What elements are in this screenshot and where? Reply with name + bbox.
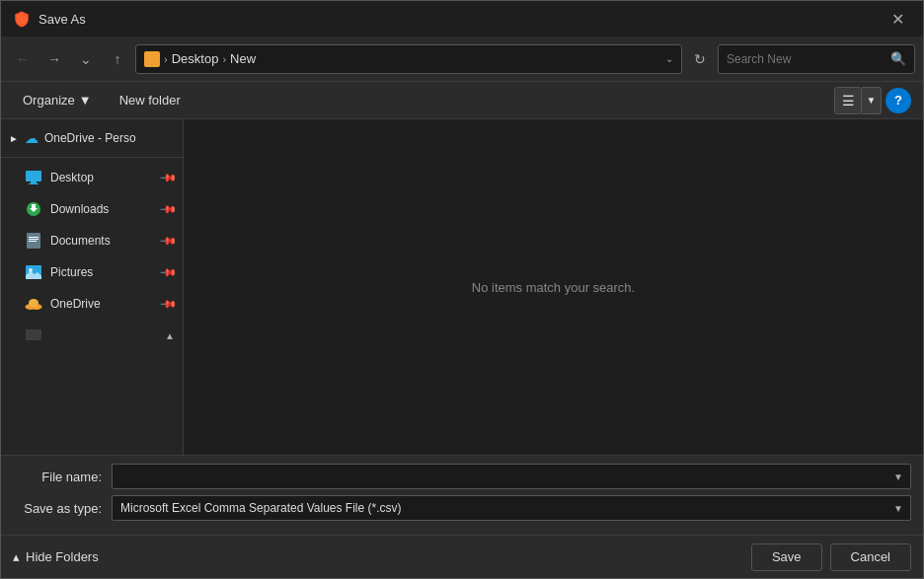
toolbar-right: ☰ ▼ ?: [834, 87, 911, 114]
footer: ▴ Hide Folders Save Cancel: [1, 535, 923, 578]
search-icon: 🔍: [890, 51, 906, 66]
svg-rect-1: [31, 181, 37, 183]
pictures-label: Pictures: [50, 265, 153, 279]
save-button[interactable]: Save: [751, 543, 822, 571]
desktop-icon: [25, 169, 42, 186]
help-label: ?: [894, 93, 902, 108]
desktop-pin-icon: 📌: [158, 168, 177, 186]
svg-rect-2: [29, 183, 38, 184]
empty-message: No items match your search.: [472, 280, 635, 295]
hide-folders-arrow-icon: ▴: [13, 549, 20, 564]
new-folder-label: New folder: [119, 93, 181, 108]
titlebar-left: Save As: [13, 10, 86, 28]
svg-point-15: [29, 299, 38, 307]
folder-icon: [144, 51, 160, 67]
help-button[interactable]: ?: [886, 88, 911, 113]
titlebar: Save As ✕: [1, 1, 923, 36]
breadcrumb-desktop[interactable]: Desktop: [172, 51, 219, 66]
breadcrumb-chevron-icon[interactable]: ⌄: [665, 53, 673, 64]
breadcrumb-bar[interactable]: › Desktop › New ⌄: [135, 44, 682, 74]
cancel-button[interactable]: Cancel: [830, 543, 911, 571]
downloads-pin-icon: 📌: [158, 199, 177, 218]
sidebar-item-documents[interactable]: Documents 📌: [1, 225, 183, 256]
view-mode-dropdown[interactable]: ▼: [862, 87, 882, 114]
content-area: No items match your search.: [184, 119, 923, 455]
desktop-label: Desktop: [50, 171, 153, 184]
onedrive-icon: [25, 295, 42, 313]
sidebar-item-onedrive[interactable]: OneDrive 📌: [1, 288, 183, 320]
filetype-select[interactable]: Microsoft Excel Comma Separated Values F…: [112, 495, 911, 521]
svg-rect-5: [32, 204, 36, 209]
filetype-label: Save as type:: [13, 501, 112, 516]
view-mode-button[interactable]: ☰: [834, 87, 862, 114]
search-box: 🔍: [718, 44, 915, 74]
filetype-select-wrapper: Microsoft Excel Comma Separated Values F…: [112, 495, 911, 521]
search-input[interactable]: [727, 52, 885, 66]
save-as-dialog: Save As ✕ ← → ⌄ ↑ › Desktop › New ⌄ ↻ 🔍 …: [0, 0, 924, 579]
onedrive-pin-icon: 📌: [158, 294, 177, 313]
pictures-icon: [25, 263, 42, 281]
sidebar-item-desktop[interactable]: Desktop 📌: [1, 162, 183, 193]
filename-input[interactable]: [112, 464, 911, 489]
sidebar-item-pictures[interactable]: Pictures 📌: [1, 256, 183, 288]
onedrive-cloud-icon: ☁: [25, 130, 38, 146]
filetype-row: Save as type: Microsoft Excel Comma Sepa…: [13, 495, 911, 521]
forward-button[interactable]: →: [40, 45, 68, 73]
hide-folders-label: Hide Folders: [26, 549, 99, 564]
bottom-bar: File name: ▼ Save as type: Microsoft Exc…: [1, 455, 923, 535]
expand-arrow-icon: ►: [9, 133, 19, 144]
navbar: ← → ⌄ ↑ › Desktop › New ⌄ ↻ 🔍: [1, 36, 923, 82]
close-button[interactable]: ✕: [884, 5, 911, 33]
sidebar-item-more[interactable]: ▲: [1, 320, 183, 351]
sidebar-onedrive-section[interactable]: ► ☁ OneDrive - Perso: [1, 123, 183, 153]
back-button[interactable]: ←: [9, 45, 37, 73]
sidebar-item-downloads[interactable]: Downloads 📌: [1, 193, 183, 225]
filename-label: File name:: [13, 470, 112, 484]
svg-rect-7: [29, 237, 38, 238]
downloads-label: Downloads: [50, 202, 153, 216]
organize-button[interactable]: Organize ▼: [13, 88, 102, 113]
hide-folders-button[interactable]: ▴ Hide Folders: [13, 549, 99, 564]
documents-icon: [25, 232, 42, 250]
up-button[interactable]: ↑: [104, 45, 131, 73]
documents-pin-icon: 📌: [158, 231, 177, 250]
filename-row: File name: ▼: [13, 464, 911, 489]
svg-rect-8: [29, 239, 38, 240]
more-icon: [25, 326, 42, 344]
new-folder-button[interactable]: New folder: [110, 88, 191, 113]
filename-input-wrapper: ▼: [112, 464, 911, 489]
breadcrumb-separator-1: ›: [164, 53, 168, 65]
svg-rect-16: [26, 329, 41, 340]
toolbar: Organize ▼ New folder ☰ ▼ ?: [1, 82, 923, 119]
organize-arrow-icon: ▼: [79, 93, 92, 108]
view-controls: ☰ ▼: [834, 87, 882, 114]
sidebar-divider-1: [1, 157, 183, 158]
breadcrumb-new[interactable]: New: [230, 51, 256, 66]
pictures-pin-icon: 📌: [158, 262, 177, 281]
breadcrumb-separator-2: ›: [222, 53, 226, 65]
organize-label: Organize: [23, 93, 75, 108]
onedrive-label: OneDrive: [50, 297, 153, 311]
sidebar: ► ☁ OneDrive - Perso Desktop 📌: [1, 119, 184, 455]
sidebar-section-label: OneDrive - Perso: [44, 131, 136, 145]
main-area: ► ☁ OneDrive - Perso Desktop 📌: [1, 119, 923, 455]
downloads-icon: [25, 200, 42, 218]
svg-rect-0: [26, 171, 41, 181]
refresh-button[interactable]: ↻: [686, 45, 714, 73]
footer-buttons: Save Cancel: [751, 543, 911, 571]
more-scroll-icon: ▲: [165, 330, 175, 341]
dropdown-button[interactable]: ⌄: [72, 45, 100, 73]
svg-rect-9: [29, 241, 37, 242]
dialog-title: Save As: [38, 12, 86, 27]
documents-label: Documents: [50, 234, 153, 248]
brave-shield-icon: [13, 10, 31, 28]
